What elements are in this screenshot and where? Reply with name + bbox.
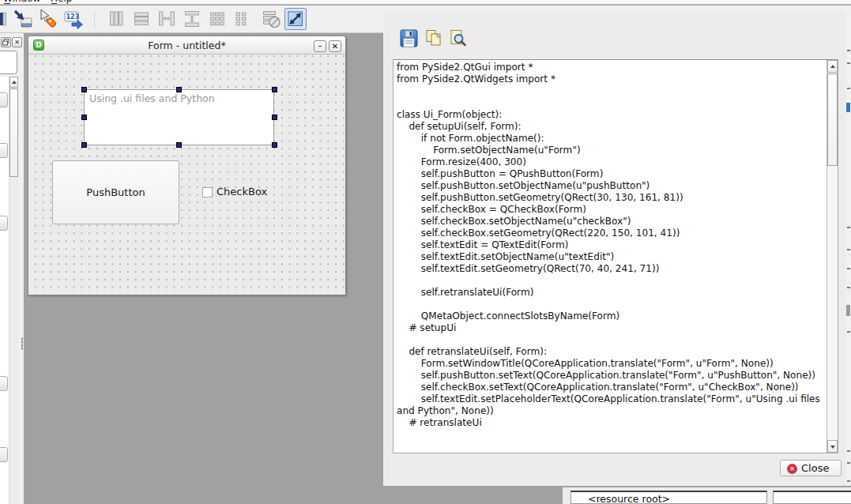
- checkbox-label[interactable]: CheckBox: [217, 186, 267, 197]
- scroll-down-button[interactable]: [827, 440, 838, 453]
- close-button-label: Close: [801, 462, 829, 474]
- widget-category-header[interactable]: [0, 143, 8, 158]
- menu-bar: Window Help: [0, 0, 851, 5]
- dock-close-button[interactable]: ✕: [12, 37, 22, 47]
- selection-handle[interactable]: [81, 142, 87, 148]
- form-window-titlebar[interactable]: D Form - untitled* – ✕: [28, 36, 345, 55]
- selection-handle[interactable]: [81, 87, 87, 92]
- widget-category-header[interactable]: [0, 216, 8, 231]
- widget-box-scrollbar[interactable]: [9, 77, 18, 504]
- close-dialog-button[interactable]: ✕ Close: [780, 460, 842, 476]
- resource-preview-box: [773, 491, 851, 504]
- save-icon[interactable]: [399, 28, 419, 48]
- selection-handle[interactable]: [176, 142, 182, 148]
- right-panel-edge: [846, 11, 851, 486]
- widget-category-header[interactable]: [0, 447, 8, 462]
- form-canvas[interactable]: Using .ui files and Python PushButton Ch…: [28, 55, 345, 295]
- break-layout-icon[interactable]: [260, 8, 282, 30]
- selection-handle[interactable]: [272, 87, 277, 92]
- minimize-button[interactable]: –: [314, 40, 326, 52]
- layout-splitter-horizontal-icon[interactable]: [156, 8, 178, 30]
- layout-splitter-vertical-icon[interactable]: [181, 8, 203, 30]
- resource-root-item[interactable]: <resource root>: [588, 493, 670, 504]
- layout-form-icon[interactable]: [230, 8, 252, 30]
- pushbutton-widget[interactable]: PushButton: [52, 160, 179, 224]
- find-icon[interactable]: [448, 28, 468, 48]
- svg-text:123: 123: [66, 13, 80, 21]
- layout-vertically-icon[interactable]: [130, 8, 153, 30]
- edit-buddies-icon[interactable]: [37, 8, 59, 30]
- selection-handle[interactable]: [176, 87, 182, 92]
- layout-horizontally-icon[interactable]: [105, 8, 127, 30]
- selection-handle[interactable]: [81, 115, 87, 120]
- scrollbar-thumb[interactable]: [9, 88, 18, 177]
- scrollbar-thumb[interactable]: [827, 73, 838, 166]
- scroll-up-button[interactable]: [9, 77, 18, 88]
- code-preview-dialog: from PySide2.QtGui import * from PySide2…: [383, 11, 846, 486]
- selection-handle[interactable]: [272, 115, 277, 120]
- resource-tree[interactable]: <resource root>: [570, 491, 767, 504]
- dock-splitter-grip[interactable]: [21, 337, 23, 350]
- widget-category-header[interactable]: [0, 92, 8, 107]
- widget-box-dock: ✕: [0, 33, 24, 504]
- selected-row-sliver: [846, 103, 850, 112]
- code-text-area[interactable]: from PySide2.QtGui import * from PySide2…: [393, 59, 838, 453]
- widget-filter-input[interactable]: [0, 51, 17, 74]
- edit-widgets-icon[interactable]: [0, 8, 6, 30]
- code-scrollbar[interactable]: [827, 60, 838, 453]
- widget-box-list[interactable]: [0, 77, 9, 504]
- edit-signals-slots-icon[interactable]: [12, 8, 34, 30]
- close-circle-icon: ✕: [787, 464, 797, 474]
- mnemonic-underline: [51, 3, 57, 4]
- scroll-up-button[interactable]: [827, 60, 838, 73]
- copy-icon[interactable]: [424, 28, 444, 48]
- form-editor-window: D Form - untitled* – ✕ Using .ui files a…: [28, 36, 346, 295]
- resource-browser-panel: <resource root>: [563, 487, 851, 504]
- generated-python-code[interactable]: from PySide2.QtGui import * from PySide2…: [393, 60, 827, 453]
- dock-float-button[interactable]: [1, 37, 11, 47]
- layout-grid-icon[interactable]: [206, 8, 228, 30]
- selection-handle[interactable]: [272, 142, 277, 148]
- textedit-widget[interactable]: Using .ui files and Python: [84, 89, 274, 145]
- adjust-size-icon[interactable]: [284, 8, 307, 30]
- edit-tab-order-icon[interactable]: 123: [62, 8, 85, 30]
- mnemonic-underline: [4, 3, 10, 4]
- toolbar-separator: [93, 12, 96, 28]
- checkbox-widget[interactable]: [202, 187, 213, 197]
- widget-category-header[interactable]: [0, 376, 8, 391]
- form-window-title: Form - untitled*: [28, 39, 345, 51]
- close-window-button[interactable]: ✕: [329, 40, 341, 52]
- scrollbar-sliver: [846, 305, 850, 316]
